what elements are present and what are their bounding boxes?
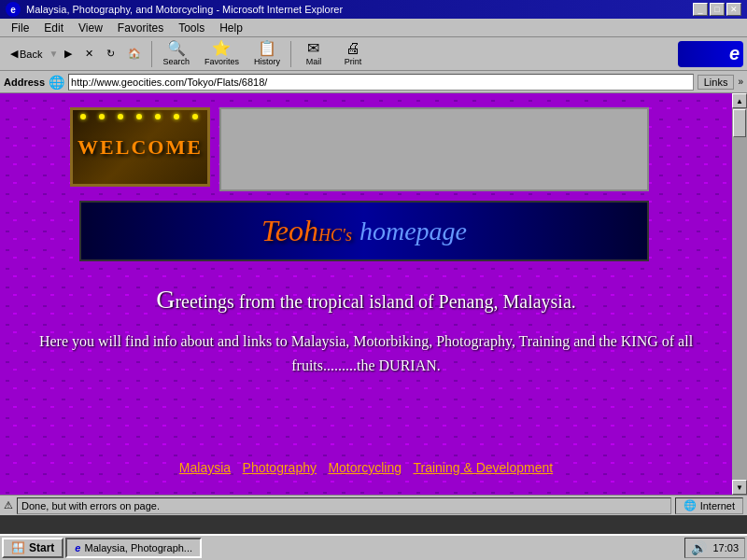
favorites-button[interactable]: ⭐ Favorites	[198, 39, 246, 69]
ie-brand-logo: e	[678, 41, 743, 67]
greeting-sub-text: Here you will find info about and links …	[0, 329, 732, 377]
search-icon: 🔍	[167, 41, 186, 56]
motorcycling-link[interactable]: Motorcycling	[328, 460, 402, 475]
page-background: WELCOME TeohHC's homepage Greetings from…	[0, 93, 747, 495]
title-bar: e Malaysia, Photography, and Motorcyclin…	[0, 0, 747, 19]
bulb-decoration	[118, 114, 123, 119]
photography-link[interactable]: Photography	[243, 460, 317, 475]
links-button[interactable]: Links	[698, 75, 735, 90]
bulb-decoration	[174, 114, 179, 119]
toolbar: ◀ Back ▼ ▶ ✕ ↻ 🏠 🔍 Search ⭐ Favorites 📋 …	[0, 37, 747, 71]
ie-logo-icon: e	[6, 2, 21, 17]
back-button[interactable]: ◀ Back	[4, 43, 49, 64]
print-button[interactable]: 🖨 Print	[334, 39, 372, 69]
internet-zone-icon: 🌐	[684, 499, 697, 511]
network-icon: 🔊	[691, 540, 707, 555]
address-label: Address	[4, 77, 45, 88]
toolbar-separator-2	[290, 41, 291, 67]
error-icon: ⚠	[4, 499, 13, 511]
scroll-down-arrow[interactable]: ▼	[732, 480, 747, 495]
windows-logo-icon: 🪟	[11, 541, 25, 554]
address-input[interactable]	[68, 74, 694, 91]
menu-view[interactable]: View	[71, 20, 110, 36]
welcome-image: WELCOME	[70, 107, 210, 187]
homepage-banner: TeohHC's homepage	[79, 201, 649, 261]
menu-help[interactable]: Help	[212, 20, 250, 36]
toolbar-separator	[151, 41, 152, 67]
start-button[interactable]: 🪟 Start	[2, 538, 63, 558]
menu-edit[interactable]: Edit	[36, 20, 71, 36]
links-chevron-icon: »	[738, 77, 743, 87]
maximize-button[interactable]: □	[710, 3, 725, 16]
search-button[interactable]: 🔍 Search	[156, 39, 196, 69]
taskbar-ie-icon: e	[75, 542, 80, 553]
mail-button[interactable]: ✉ Mail	[295, 39, 332, 69]
bulb-decoration	[80, 114, 86, 119]
minimize-button[interactable]: _	[693, 3, 708, 16]
favorites-icon: ⭐	[212, 41, 231, 56]
status-message: Done, but with errors on page.	[17, 497, 671, 514]
bulb-decoration	[136, 114, 142, 119]
forward-button[interactable]: ▶	[58, 43, 78, 64]
page-icon: 🌐	[49, 75, 64, 90]
stop-button[interactable]: ✕	[78, 43, 100, 64]
security-zone: 🌐 Internet	[675, 497, 743, 514]
menu-bar: File Edit View Favorites Tools Help	[0, 19, 747, 37]
address-bar: Address 🌐 Links »	[0, 71, 747, 93]
mail-icon: ✉	[307, 41, 319, 56]
status-bar: ⚠ Done, but with errors on page. 🌐 Inter…	[0, 495, 747, 515]
menu-tools[interactable]: Tools	[171, 20, 212, 36]
home-icon: 🏠	[128, 48, 141, 60]
close-button[interactable]: ✕	[726, 3, 741, 16]
vertical-scrollbar[interactable]: ▲ ▼	[732, 93, 747, 495]
home-button[interactable]: 🏠	[121, 43, 148, 64]
banner-name: TeohHC's	[261, 214, 352, 248]
malaysia-link[interactable]: Malaysia	[179, 460, 231, 475]
history-icon: 📋	[258, 41, 276, 56]
bulb-decoration	[99, 114, 105, 119]
welcome-sign-text: WELCOME	[78, 135, 203, 160]
refresh-button[interactable]: ↻	[100, 43, 121, 64]
print-icon: 🖨	[345, 41, 360, 56]
greeting-section: Greetings from the tropical island of Pe…	[0, 285, 732, 377]
navigation-links: Malaysia Photography Motorcycling Traini…	[0, 459, 732, 476]
refresh-icon: ↻	[106, 48, 115, 60]
taskbar: 🪟 Start e Malaysia, Photograph... 🔊 17:0…	[0, 534, 747, 560]
scroll-track[interactable]	[732, 108, 747, 480]
training-link[interactable]: Training & Development	[413, 460, 553, 475]
forward-arrow-icon: ▶	[64, 48, 72, 60]
banner-homepage-text: homepage	[359, 217, 467, 246]
stop-icon: ✕	[85, 48, 93, 60]
content-area: WELCOME TeohHC's homepage Greetings from…	[0, 93, 747, 495]
scroll-thumb[interactable]	[733, 109, 746, 137]
bulb-decoration	[155, 114, 161, 119]
gray-placeholder-box	[219, 107, 649, 191]
taskbar-ie-window[interactable]: e Malaysia, Photograph...	[65, 538, 202, 558]
greeting-main-text: Greetings from the tropical island of Pe…	[0, 285, 732, 315]
clock: 17:03	[712, 542, 739, 553]
window-title: Malaysia, Photography, and Motorcycling …	[26, 4, 343, 15]
system-tray: 🔊 17:03	[684, 538, 745, 558]
back-arrow-icon: ◀	[10, 48, 18, 60]
scroll-up-arrow[interactable]: ▲	[732, 93, 747, 108]
bulb-decoration	[192, 114, 198, 119]
history-button[interactable]: 📋 History	[247, 39, 287, 69]
menu-file[interactable]: File	[4, 20, 36, 36]
menu-favorites[interactable]: Favorites	[110, 20, 171, 36]
